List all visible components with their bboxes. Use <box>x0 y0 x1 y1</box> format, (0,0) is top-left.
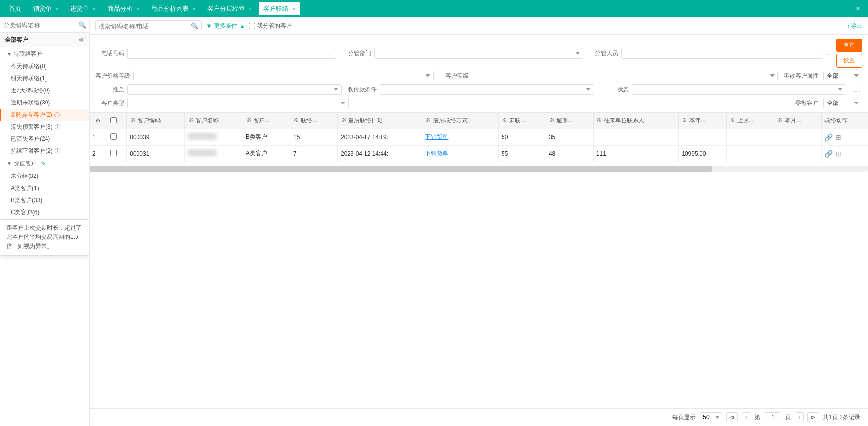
retail-attr-select[interactable]: 全部 <box>823 71 862 81</box>
nav-customer-segment-close[interactable]: × <box>249 6 252 12</box>
nav-product-analysis-close[interactable]: × <box>137 6 139 12</box>
nav-sales-close[interactable]: × <box>56 6 59 12</box>
nav-customer-segment[interactable]: 客户分层经营 × <box>202 2 257 15</box>
cell-checkbox-2[interactable] <box>107 146 127 162</box>
next-page-btn[interactable]: › <box>795 412 804 422</box>
col-last-month-header[interactable]: ※ 上月... <box>727 113 774 129</box>
cell-index-1: 1 <box>90 129 107 146</box>
manager-label: 分管人员 <box>589 49 618 58</box>
nav-purchase-close[interactable]: × <box>93 6 96 12</box>
cell-name-1 <box>185 129 243 146</box>
nav-product-list[interactable]: 商品分析列表 × <box>146 2 200 15</box>
col-checkbox-header[interactable] <box>107 113 127 129</box>
scrollbar-track[interactable] <box>90 166 868 172</box>
gender-select[interactable] <box>127 84 342 95</box>
customer-level-select[interactable] <box>472 71 778 81</box>
phone-input[interactable] <box>127 48 336 59</box>
query-btn[interactable]: 查询 <box>836 39 862 52</box>
value-customers-group[interactable]: ▼ 价值客户 ✎ <box>0 157 89 170</box>
method-link-2[interactable]: 下销货单 <box>425 150 448 157</box>
dept-select[interactable] <box>374 48 583 59</box>
nav-customer-contact-close[interactable]: × <box>292 6 295 12</box>
col-contacts-count-header[interactable]: ※ 往来单位联系人 <box>593 113 678 129</box>
sidebar-a-class[interactable]: A类客户(1) <box>0 182 89 194</box>
nav-product-analysis[interactable]: 商品分析 × <box>103 2 144 15</box>
scrollbar-thumb[interactable] <box>90 166 712 172</box>
status-select[interactable] <box>632 84 846 95</box>
col-uncontacted-header[interactable]: ※ 未联... <box>498 113 546 129</box>
contact-icon-1[interactable]: 🔗 <box>824 133 833 141</box>
col-level-header[interactable]: ※ 客户... <box>243 113 290 129</box>
method-link-1[interactable]: 下销货单 <box>425 133 448 140</box>
close-all-tabs[interactable]: × <box>852 4 864 13</box>
col-last-date-header[interactable]: ※ 最后联络日期 <box>337 113 422 129</box>
filter-row-1: 电话号码 分管部门 分管人员 ... 查询 设置 <box>95 39 862 68</box>
sidebar-search-icon[interactable]: 🔍 <box>78 21 86 29</box>
sidebar-already-lost[interactable]: 已流失客户(24) <box>0 133 89 145</box>
col-last-method-header[interactable]: ※ 最后联络方式 <box>422 113 499 129</box>
price-level-select[interactable] <box>133 71 434 81</box>
cell-last-month-1 <box>727 129 774 146</box>
action-icons-2: 🔗 ⊞ <box>824 150 865 158</box>
sidebar-declining[interactable]: 持续下滑客户(2) ⓘ <box>0 145 89 157</box>
sidebar-today-pending[interactable]: 今天待联络(0) <box>0 60 89 73</box>
last-page-btn[interactable]: ⊳ <box>807 412 819 422</box>
col-this-year-header[interactable]: ※ 本年... <box>679 113 727 129</box>
sidebar-b-class[interactable]: B类客户(33) <box>0 194 89 206</box>
col-name-header[interactable]: ※ 客户名称 <box>185 113 243 129</box>
pending-contact-group[interactable]: ▼ 待联络客户 <box>0 47 89 60</box>
col-settings[interactable]: ⚙ <box>90 113 107 129</box>
row2-checkbox[interactable] <box>110 150 117 156</box>
nav-purchase[interactable]: 进货单 × <box>65 2 101 15</box>
col-this-month-header[interactable]: ※ 本月... <box>774 113 822 129</box>
sidebar-tomorrow-pending[interactable]: 明天待联络(1) <box>0 73 89 85</box>
total-info: 共1页 2条记录 <box>823 413 860 422</box>
sidebar-lost-warning[interactable]: 流失预警客户(3) ⓘ <box>0 121 89 133</box>
manager-input[interactable] <box>621 48 823 59</box>
sidebar-search-input[interactable] <box>4 22 76 29</box>
col-contact-header[interactable]: ※ 联络... <box>290 113 338 129</box>
more-conditions-btn[interactable]: ▼ 更多条件 ▲ <box>206 22 245 30</box>
prev-page-btn[interactable]: ‹ <box>742 412 750 422</box>
settings-btn[interactable]: 设置 <box>836 54 862 68</box>
filter-bar: 🔍 ▼ 更多条件 ▲ 我分管的客户 ↑ 导出 <box>90 17 868 35</box>
cell-checkbox-1[interactable] <box>107 129 127 146</box>
sidebar-repurchase-anomaly[interactable]: 回购异常客户(2) ⓘ <box>0 109 89 121</box>
per-page-select[interactable]: 10 20 50 100 <box>700 412 722 422</box>
sidebar-c-class[interactable]: C类客户(6) <box>0 206 89 219</box>
filter-price-level: 客户价格等级 <box>95 71 434 81</box>
cell-last-method-2[interactable]: 下销货单 <box>422 146 499 162</box>
sidebar-overdue[interactable]: 逾期未联络(30) <box>0 97 89 109</box>
retail-customer-select[interactable]: 全部 <box>823 98 862 108</box>
contact-icon-2[interactable]: 🔗 <box>824 150 833 158</box>
nav-product-list-close[interactable]: × <box>193 6 196 12</box>
sidebar-collapse-icon[interactable]: ≪ <box>78 37 84 43</box>
manager-dots[interactable]: ... <box>825 50 830 57</box>
filter-payment: 收付款条件 <box>348 84 594 95</box>
all-customers-title[interactable]: 全部客户 ≪ <box>0 33 89 47</box>
first-page-btn[interactable]: ⊲ <box>726 412 738 422</box>
cell-code-2: 000031 <box>127 146 185 162</box>
page-input[interactable] <box>764 412 781 422</box>
payment-select[interactable] <box>380 84 594 95</box>
nav-customer-contact[interactable]: 客户联络 × <box>259 2 300 15</box>
select-all-checkbox[interactable] <box>110 117 117 123</box>
filter-search-input[interactable] <box>99 23 189 29</box>
row1-checkbox[interactable] <box>110 133 117 140</box>
col-overdue-header[interactable]: ※ 逾期... <box>546 113 593 129</box>
filter-search-icon[interactable]: 🔍 <box>191 22 198 29</box>
col-code-header[interactable]: ※ 客户编码 <box>127 113 185 129</box>
sidebar-ungrouped[interactable]: 未分组(32) <box>0 170 89 182</box>
export-btn[interactable]: ↑ 导出 <box>847 22 862 30</box>
more-icon-1[interactable]: ⊞ <box>836 133 841 141</box>
nav-sales[interactable]: 销货单 × <box>28 2 63 15</box>
my-customers-check[interactable] <box>249 23 255 29</box>
cell-last-method-1[interactable]: 下销货单 <box>422 129 499 146</box>
nav-home[interactable]: 首页 <box>4 2 26 15</box>
more-icon-2[interactable]: ⊞ <box>836 150 841 158</box>
sidebar-week-pending[interactable]: 近7天待联络(0) <box>0 85 89 97</box>
value-edit-icon[interactable]: ✎ <box>41 161 46 167</box>
filter-more-dots[interactable]: ... <box>852 85 862 94</box>
cell-this-year-2: 10995.00 <box>679 146 727 162</box>
customer-type-select[interactable] <box>127 98 349 108</box>
